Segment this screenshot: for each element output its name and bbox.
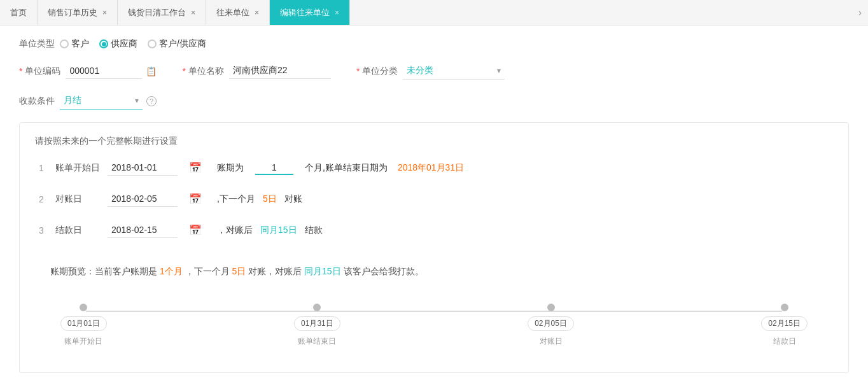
row-3-num: 3 (35, 225, 48, 236)
row-2-num: 2 (35, 194, 48, 204)
unit-name-star: * (182, 66, 185, 76)
node-2-label: 账单结束日 (298, 336, 336, 347)
preview-mid1: ，下一个月 (185, 266, 230, 276)
row-1-date-input[interactable] (108, 160, 178, 176)
payment-terms-arrow-icon: ▾ (135, 96, 139, 105)
node-3-circle (547, 304, 555, 311)
row-2-label: 对账日 (55, 194, 100, 205)
radio-supplier-label: 供应商 (111, 38, 137, 50)
node-2-badge: 01月31日 (294, 316, 340, 331)
unit-code-group: * 单位编码 📋 (19, 63, 157, 79)
tab-bar: 首页 销售订单历史 × 钱货日清工作台 × 往来单位 × 编辑往来单位 × › (0, 0, 868, 25)
node-3-badge: 02月05日 (528, 316, 574, 331)
tab-sales-history[interactable]: 销售订单历史 × (38, 0, 118, 25)
tab-edit-partner-label: 编辑往来单位 (280, 7, 330, 18)
row-1-period-input[interactable] (255, 161, 293, 175)
unit-type-radio-group: 客户 供应商 客户/供应商 (60, 38, 206, 50)
row-3-calendar-icon[interactable]: 📅 (189, 224, 202, 236)
timeline-node-4: 02月15日 结款日 (761, 302, 808, 347)
config-row-2: 2 对账日 📅 ,下一个月 5日 对账 (35, 191, 833, 207)
payment-terms-row: 收款条件 月结 ▾ ? (19, 92, 849, 109)
node-4-circle (781, 304, 788, 311)
timeline-section: 01月01日 账单开始日 01月31日 账单结束日 02月05日 对账日 (35, 290, 833, 360)
radio-both-circle (148, 39, 157, 48)
preview-mid2: 对账，对账后 (248, 266, 302, 276)
radio-both-label: 客户/供应商 (159, 38, 206, 50)
unit-type-row: 单位类型 客户 供应商 客户/供应商 (19, 38, 849, 50)
config-row-1: 1 账单开始日 📅 账期为 个月,账单结束日期为 2018年01月31日 (35, 160, 833, 176)
unit-name-label: 单位名称 (188, 66, 224, 77)
unit-category-arrow-icon: ▾ (497, 66, 501, 75)
payment-terms-value: 月结 (64, 95, 132, 106)
close-partner-units-icon[interactable]: × (255, 8, 259, 17)
unit-name-input[interactable] (229, 63, 331, 79)
node-4-label: 结款日 (773, 336, 796, 347)
preview-highlight-3: 同月15日 (304, 266, 341, 276)
close-edit-partner-icon[interactable]: × (335, 8, 339, 17)
row-2-prefix: ,下一个月 (217, 194, 255, 205)
radio-customer-circle (60, 39, 69, 48)
payment-terms-label: 收款条件 (19, 95, 55, 107)
row-2-calendar-icon[interactable]: 📅 (189, 193, 202, 205)
config-row-3: 3 结款日 📅 ，对账后 同月15日 结款 (35, 222, 833, 238)
tab-sales-history-label: 销售订单历史 (48, 7, 97, 18)
row-3-highlight: 同月15日 (260, 225, 297, 236)
radio-supplier[interactable]: 供应商 (99, 38, 137, 50)
row-1-calendar-icon[interactable]: 📅 (189, 162, 202, 174)
unit-code-input[interactable] (66, 63, 142, 79)
tab-partner-units[interactable]: 往来单位 × (206, 0, 270, 25)
unit-code-label: 单位编码 (25, 66, 60, 77)
unit-code-star: * (19, 66, 22, 76)
row-2-highlight: 5日 (263, 194, 277, 205)
unit-category-group: * 单位分类 未分类 ▾ (356, 62, 505, 80)
unit-category-value: 未分类 (407, 65, 494, 76)
row-1-num: 1 (35, 163, 48, 173)
row-1-end-date: 2018年01月31日 (398, 162, 464, 174)
timeline-nodes: 01月01日 账单开始日 01月31日 账单结束日 02月05日 对账日 (60, 302, 808, 347)
node-2-circle (313, 304, 321, 311)
row-3-date-input[interactable] (108, 222, 178, 238)
radio-both[interactable]: 客户/供应商 (148, 38, 206, 50)
close-sales-history-icon[interactable]: × (102, 8, 107, 17)
unit-category-star: * (356, 66, 360, 76)
node-1-badge: 01月01日 (60, 316, 107, 331)
tab-cash-workbench[interactable]: 钱货日清工作台 × (118, 0, 206, 25)
payment-terms-dropdown[interactable]: 月结 ▾ (60, 92, 143, 109)
tab-home-label: 首页 (10, 7, 27, 18)
unit-type-label: 单位类型 (19, 38, 55, 50)
help-icon[interactable]: ? (146, 96, 157, 106)
tab-more-button[interactable]: › (852, 7, 868, 18)
unit-info-row: * 单位编码 📋 * 单位名称 * 单位分类 未分类 ▾ (19, 62, 849, 80)
tab-edit-partner[interactable]: 编辑往来单位 × (270, 0, 350, 25)
main-content: 单位类型 客户 供应商 客户/供应商 * 单位编码 📋 * 单位名称 (0, 25, 868, 387)
config-section: 请按照未来的一个完整帐期进行设置 1 账单开始日 📅 账期为 个月,账单结束日期… (19, 122, 849, 373)
tab-home[interactable]: 首页 (0, 0, 38, 25)
unit-category-dropdown[interactable]: 未分类 ▾ (403, 62, 505, 80)
row-3-prefix: ，对账后 (217, 225, 253, 236)
preview-highlight-1: 1个月 (160, 266, 183, 276)
row-2-date-input[interactable] (108, 191, 178, 207)
tab-partner-units-label: 往来单位 (216, 7, 249, 18)
row-1-suffix-before: 账期为 (217, 162, 244, 174)
close-cash-workbench-icon[interactable]: × (191, 8, 195, 17)
preview-highlight-2: 5日 (232, 266, 246, 276)
node-4-badge: 02月15日 (761, 316, 808, 331)
section-title: 请按照未来的一个完整帐期进行设置 (35, 136, 833, 147)
unit-category-label: 单位分类 (362, 66, 398, 77)
node-3-label: 对账日 (540, 336, 563, 347)
node-1-circle (80, 304, 87, 311)
timeline-node-2: 01月31日 账单结束日 (294, 302, 340, 347)
row-2-suffix: 对账 (284, 194, 302, 205)
row-3-suffix: 结款 (305, 225, 323, 236)
radio-customer-label: 客户 (71, 38, 89, 50)
radio-supplier-circle (99, 39, 108, 48)
timeline-node-3: 02月05日 对账日 (528, 302, 574, 347)
unit-name-group: * 单位名称 (182, 63, 330, 79)
copy-icon[interactable]: 📋 (146, 66, 157, 76)
row-1-label: 账单开始日 (55, 162, 100, 174)
preview-prefix: 账期预览：当前客户账期是 (50, 266, 157, 276)
row-3-label: 结款日 (55, 225, 100, 236)
tab-cash-workbench-label: 钱货日清工作台 (128, 7, 186, 18)
radio-customer[interactable]: 客户 (60, 38, 89, 50)
timeline-node-1: 01月01日 账单开始日 (60, 302, 107, 347)
